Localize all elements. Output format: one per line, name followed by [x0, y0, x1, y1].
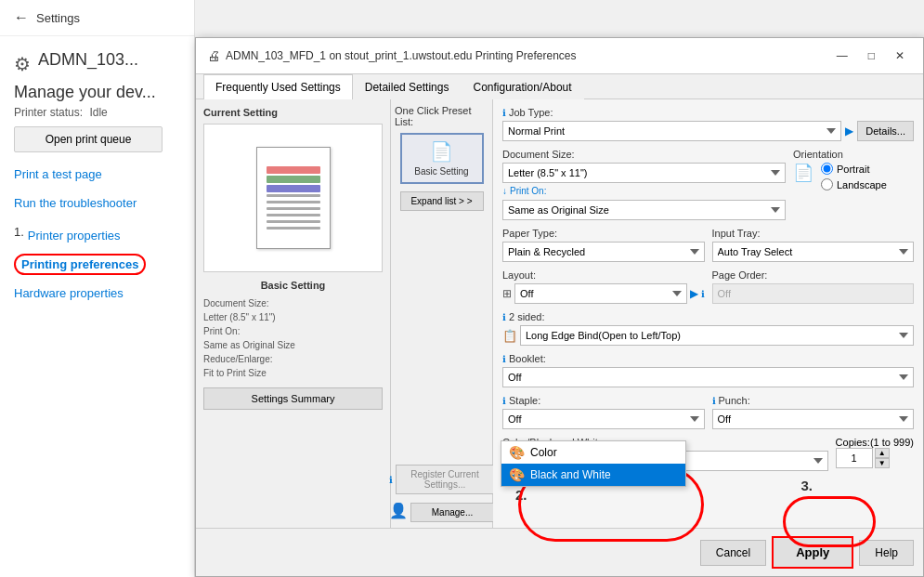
paper-type-select[interactable]: Plain & Recycled: [502, 242, 705, 262]
staple-label: Staple:: [509, 395, 540, 406]
apply-button[interactable]: Apply: [772, 536, 853, 569]
two-sided-info-icon[interactable]: ℹ: [502, 312, 506, 322]
job-type-info-icon[interactable]: ℹ: [502, 108, 506, 118]
punch-info-icon[interactable]: ℹ: [712, 396, 716, 406]
paper-lines: [267, 166, 320, 233]
dialog-body: Current Setting Basic S: [196, 99, 923, 528]
booklet-group: ℹ Booklet: Off: [502, 353, 914, 387]
color-icon-1: 🎨: [509, 445, 525, 460]
dropdown-item-bw[interactable]: 🎨 Black and White: [501, 464, 685, 486]
booklet-select[interactable]: Off: [502, 367, 914, 387]
register-settings-button[interactable]: Register Current Settings...: [396, 465, 494, 494]
minimize-button[interactable]: —: [829, 46, 855, 66]
dialog-title: ADMN_103_MFD_1 on stout_print_1.uwstout.…: [226, 49, 824, 62]
two-sided-select[interactable]: Long Edge Bind(Open to Left/Top): [520, 325, 914, 346]
maximize-button[interactable]: □: [861, 46, 882, 66]
print-test-page-link[interactable]: Print a test page: [14, 164, 180, 185]
landscape-radio[interactable]: [821, 178, 833, 190]
settings-summary-button[interactable]: Settings Summary: [203, 387, 383, 410]
basic-setting-name: Basic Setting: [203, 280, 383, 291]
open-print-queue-button[interactable]: Open print queue: [14, 126, 163, 152]
tab-configuration-about[interactable]: Configuration/About: [461, 74, 583, 99]
close-button[interactable]: ✕: [888, 46, 912, 66]
landscape-option[interactable]: Landscape: [821, 178, 887, 190]
help-button[interactable]: Help: [859, 540, 914, 566]
user-icon: 👤: [389, 502, 408, 519]
color-dropdown: 🎨 Color 🎨 Black and White: [501, 440, 686, 487]
dropdown-bw-label: Black and White: [530, 468, 611, 481]
expand-list-button[interactable]: Expand list > >: [400, 191, 484, 211]
booklet-row: ℹ Booklet: Off: [502, 353, 914, 387]
settings-sidebar: ← Settings ⚙ ADMN_103... Manage your dev…: [0, 0, 195, 577]
preset-icon: 📄: [430, 140, 453, 163]
print-on-select[interactable]: Same as Original Size: [502, 200, 786, 220]
back-button[interactable]: ←: [14, 9, 29, 26]
layout-play-icon[interactable]: ▶: [690, 287, 698, 300]
arrow-down-icon: ↓: [502, 186, 507, 196]
job-type-row: ℹ Job Type: Normal Print ▶ Details...: [502, 107, 914, 141]
doc-size-select[interactable]: Letter (8.5" x 11"): [502, 163, 786, 183]
portrait-option[interactable]: Portrait: [821, 163, 887, 175]
device-icon: ⚙: [14, 53, 31, 75]
manage-button[interactable]: Manage...: [410, 503, 494, 522]
hardware-properties-link[interactable]: Hardware properties: [14, 282, 180, 304]
staple-punch-row: ℹ Staple: Off ℹ Punch:: [502, 395, 914, 429]
setting-detail: Document Size: Letter (8.5" x 11") Print…: [203, 296, 383, 380]
layout-info-icon[interactable]: ℹ: [701, 289, 705, 299]
tab-detailed-settings[interactable]: Detailed Settings: [353, 74, 462, 99]
layout-group: Layout: ⊞ Off ▶ ℹ: [502, 269, 705, 304]
details-button[interactable]: Details...: [857, 121, 914, 141]
staple-info-icon[interactable]: ℹ: [502, 396, 506, 406]
two-sided-icon: 📋: [502, 329, 517, 343]
booklet-info-icon[interactable]: ℹ: [502, 354, 506, 364]
num1-label: 1.: [14, 225, 24, 239]
troubleshooter-link[interactable]: Run the troubleshooter: [14, 192, 180, 214]
spinner-buttons: ▲ ▼: [875, 448, 890, 468]
doc-size-group: Document Size: Letter (8.5" x 11") ↓ Pri…: [502, 149, 786, 220]
current-setting-panel: Current Setting Basic S: [196, 99, 391, 528]
punch-label: Punch:: [719, 395, 750, 406]
printing-preferences-link[interactable]: Printing preferences: [14, 254, 146, 275]
layout-select[interactable]: Off: [514, 283, 687, 304]
copies-down-button[interactable]: ▼: [875, 458, 890, 468]
job-type-label: Job Type:: [509, 107, 553, 118]
input-tray-group: Input Tray: Auto Tray Select: [712, 228, 915, 262]
paper-preview: [256, 147, 331, 249]
print-on-label: ↓ Print On:: [502, 186, 786, 196]
page-order-group: Page Order: Off: [712, 269, 915, 304]
two-sided-group: ℹ 2 sided: 📋 Long Edge Bind(Open to Left…: [502, 311, 914, 346]
job-type-group: ℹ Job Type: Normal Print ▶ Details...: [502, 107, 914, 141]
copies-label: Copies:(1 to 999): [836, 437, 914, 448]
dropdown-item-color1[interactable]: 🎨 Color: [501, 441, 685, 464]
doc-size-orientation-row: Document Size: Letter (8.5" x 11") ↓ Pri…: [502, 149, 914, 220]
doc-size-label: Document Size:: [502, 149, 786, 160]
basic-setting-preset[interactable]: 📄 Basic Setting: [400, 133, 484, 184]
orientation-label: Orientation: [793, 149, 914, 160]
play-icon[interactable]: ▶: [845, 125, 853, 138]
staple-group: ℹ Staple: Off: [502, 395, 705, 429]
input-tray-select[interactable]: Auto Tray Select: [712, 242, 915, 262]
device-name: ADMN_103...: [38, 50, 138, 70]
dropdown-color-label: Color: [530, 446, 557, 459]
two-sided-row: ℹ 2 sided: 📋 Long Edge Bind(Open to Left…: [502, 311, 914, 346]
copies-group: Copies:(1 to 999) ▲ ▼: [836, 437, 914, 468]
page-order-label: Page Order:: [712, 269, 915, 281]
two-sided-label: 2 sided:: [509, 311, 545, 322]
staple-select[interactable]: Off: [502, 409, 705, 429]
dialog-titlebar: 🖨 ADMN_103_MFD_1 on stout_print_1.uwstou…: [196, 38, 923, 74]
cancel-button[interactable]: Cancel: [700, 540, 766, 566]
portrait-radio[interactable]: [821, 163, 833, 175]
copies-input[interactable]: [836, 448, 873, 468]
manage-label: Manage your dev...: [14, 83, 180, 102]
layout-page-order-row: Layout: ⊞ Off ▶ ℹ Page Order:: [502, 269, 914, 304]
punch-select[interactable]: Off: [712, 409, 915, 429]
copies-up-button[interactable]: ▲: [875, 448, 890, 458]
page-order-select[interactable]: Off: [712, 283, 915, 304]
settings-right-panel: ℹ Job Type: Normal Print ▶ Details...: [493, 99, 923, 528]
printer-properties-link[interactable]: Printer properties: [28, 225, 121, 246]
settings-header: ← Settings: [0, 0, 194, 36]
preset-panel: One Click Preset List: 📄 Basic Setting E…: [391, 99, 493, 528]
paper-input-row: Paper Type: Plain & Recycled Input Tray:…: [502, 228, 914, 262]
job-type-select[interactable]: Normal Print: [502, 121, 841, 141]
tab-frequently-used[interactable]: Frequently Used Settings: [203, 74, 353, 99]
